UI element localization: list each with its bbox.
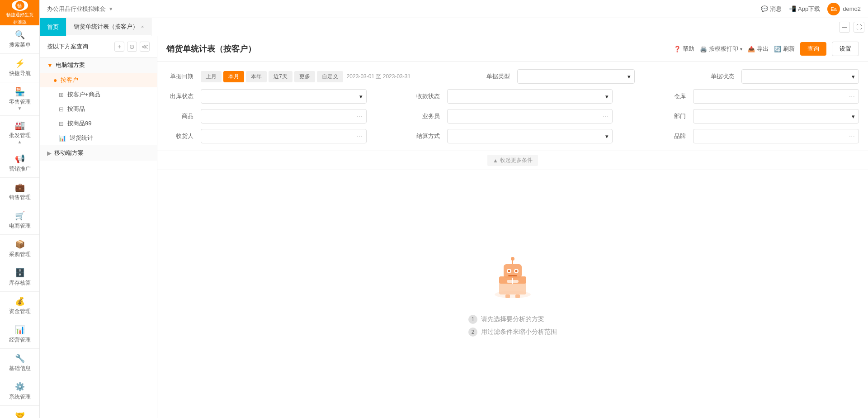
svg-rect-12 <box>508 275 517 276</box>
sidebar-item-purchase[interactable]: 📦 采购管理 <box>0 235 39 263</box>
salesman-label: 业务员 <box>413 112 440 120</box>
scheme-group-mobile-title[interactable]: ▶ 移动端方案 <box>40 145 157 161</box>
logo-area: 畅 畅捷通好生意 标准版 <box>0 0 39 25</box>
help-btn[interactable]: ❓ 帮助 <box>674 45 694 53</box>
payment-method-select[interactable]: ▾ <box>447 129 613 143</box>
sidebar-item-ecommerce[interactable]: 🛒 电商管理 <box>0 206 39 235</box>
sidebar-item-inventory[interactable]: 🗄️ 库存核算 <box>0 263 39 292</box>
dropdown-icon[interactable]: ▾ <box>109 5 113 12</box>
refresh-btn[interactable]: 🔄 刷新 <box>774 45 795 53</box>
sidebar-item-search[interactable]: 🔍 搜索菜单 <box>0 25 39 54</box>
svg-text:畅: 畅 <box>17 3 22 8</box>
message-btn[interactable]: 💬 消息 <box>761 5 782 13</box>
username: demo2 <box>843 5 861 12</box>
empty-tip-1: 1 请先选择要分析的方案 <box>468 315 557 324</box>
topbar-account-title[interactable]: 办公用品行业模拟账套 <box>47 5 106 13</box>
wholesale-arrow-icon: ▲ <box>18 139 22 144</box>
more-date-btn[interactable]: 更多 <box>294 71 315 82</box>
this-month-btn[interactable]: 本月 <box>223 71 244 82</box>
scheme-item-by-goods99[interactable]: ⊟ 按商品99 <box>40 116 157 131</box>
order-type-arrow-icon: ▾ <box>627 73 631 80</box>
page-title: 销货单统计表（按客户） <box>166 43 256 60</box>
goods-label: 商品 <box>166 112 193 120</box>
receiver-label: 收货人 <box>166 132 193 140</box>
sidebar-item-operations[interactable]: 📊 经营管理 <box>0 320 39 349</box>
customer-icon: ● <box>53 76 57 84</box>
scheme-item-customer-goods[interactable]: ⊞ 按客户+商品 <box>40 87 157 102</box>
tab-sales-stats[interactable]: 销货单统计表（按客户） × <box>66 18 151 36</box>
nav-icon: ⚡ <box>15 58 25 68</box>
print-arrow-icon: ▾ <box>740 47 742 52</box>
sidebar-item-sales[interactable]: 💼 销售管理 <box>0 178 39 206</box>
help-icon: ❓ <box>674 46 681 52</box>
receiver-select[interactable]: ··· <box>201 129 367 143</box>
collapse-btn[interactable]: ▲ 收起更多条件 <box>487 155 538 166</box>
sidebar-marketing-label: 营销推广 <box>9 165 31 173</box>
user-info[interactable]: Ea demo2 <box>827 3 861 15</box>
scheme-panel: 按以下方案查询 + ⊙ ≪ ▼ 电脑端方案 ● 按客户 <box>40 36 157 418</box>
avatar: Ea <box>827 3 840 15</box>
brand-select[interactable]: ··· <box>693 129 859 143</box>
sidebar-item-retail[interactable]: 🏪 零售管理 ▼ <box>0 82 39 116</box>
app-name: 畅捷通好生意 <box>6 12 33 18</box>
payment-select[interactable]: ▾ <box>447 89 613 104</box>
tab-close-btn[interactable]: × <box>141 24 144 29</box>
sidebar-item-wholesale[interactable]: 🏭 批发管理 ▲ <box>0 116 39 149</box>
sidebar-item-finance[interactable]: 💰 资金管理 <box>0 292 39 320</box>
scheme-item-by-goods[interactable]: ⊟ 按商品 <box>40 102 157 116</box>
dept-select[interactable]: ▾ <box>693 109 859 124</box>
last-7-days-btn[interactable]: 近7天 <box>269 71 292 82</box>
tab-home[interactable]: 首页 <box>40 18 66 36</box>
scheme-panel-title: 按以下方案查询 <box>47 43 88 51</box>
sidebar-sales-label: 销售管理 <box>9 194 31 201</box>
sidebar-item-basic[interactable]: 🔧 基础信息 <box>0 349 39 377</box>
sidebar-item-system[interactable]: ⚙️ 系统管理 <box>0 377 39 406</box>
order-type-select[interactable]: ▾ <box>517 69 635 84</box>
app-download-btn[interactable]: 📲 App下载 <box>789 5 820 13</box>
sidebar-item-enterprise[interactable]: 🤝 企业协同 <box>0 406 39 418</box>
settings-btn[interactable]: 设置 <box>832 42 859 56</box>
scheme-group-desktop-title[interactable]: ▼ 电脑端方案 <box>40 57 157 73</box>
tip-1-text: 请先选择要分析的方案 <box>481 315 544 323</box>
print-template-btn[interactable]: 🖨️ 按模板打印 ▾ <box>700 45 742 53</box>
date-buttons: 上月 本月 本年 近7天 更多 自定义 2023-03-01 至 2023-03… <box>201 71 410 82</box>
sidebar-finance-label: 资金管理 <box>9 308 31 315</box>
dept-label: 部门 <box>659 112 686 120</box>
scheme-collapse-btn[interactable]: ≪ <box>140 42 150 52</box>
retail-arrow-icon: ▼ <box>18 106 22 111</box>
query-btn[interactable]: 查询 <box>800 42 826 56</box>
scheme-add-btn[interactable]: + <box>114 42 124 52</box>
custom-date-btn[interactable]: 自定义 <box>317 71 343 82</box>
scheme-settings-btn[interactable]: ⊙ <box>127 42 137 52</box>
message-icon: 💬 <box>761 5 768 12</box>
payment-method-arrow-icon: ▾ <box>605 133 609 140</box>
delivery-label: 出库状态 <box>166 92 193 100</box>
message-label: 消息 <box>770 5 782 13</box>
tab-minimize-btn[interactable]: — <box>839 22 850 33</box>
salesman-select[interactable]: ··· <box>447 109 613 124</box>
delivery-select[interactable]: ▾ <box>201 89 367 104</box>
warehouse-dots-icon: ··· <box>849 92 855 100</box>
ecommerce-icon: 🛒 <box>15 211 25 221</box>
refresh-icon: 🔄 <box>774 46 781 52</box>
tab-maximize-btn[interactable]: ⛶ <box>854 22 864 33</box>
warehouse-select[interactable]: ··· <box>693 89 859 104</box>
page-actions: ❓ 帮助 🖨️ 按模板打印 ▾ 📤 导出 🔄 刷新 <box>674 42 859 62</box>
this-year-btn[interactable]: 本年 <box>246 71 267 82</box>
scheme-group-desktop: ▼ 电脑端方案 ● 按客户 ⊞ 按客户+商品 ⊟ 按商品 <box>40 57 157 145</box>
payment-method-label: 结算方式 <box>413 132 440 140</box>
collapse-label: 收起更多条件 <box>500 157 533 164</box>
filter-row-1: 单据日期 上月 本月 本年 近7天 更多 自定义 2023-03-01 至 20… <box>166 69 859 84</box>
marketing-icon: 📢 <box>15 154 25 164</box>
goods-select[interactable]: ··· <box>201 109 367 124</box>
last-month-btn[interactable]: 上月 <box>201 71 222 82</box>
sidebar-item-marketing[interactable]: 📢 营销推广 <box>0 149 39 178</box>
scheme-item-return-stats[interactable]: 📊 退货统计 <box>40 131 157 145</box>
sidebar-item-quick-nav[interactable]: ⚡ 快捷导航 <box>0 54 39 82</box>
order-status-select[interactable]: ▾ <box>741 69 859 84</box>
download-icon: 📲 <box>789 5 796 12</box>
date-range-text: 2023-03-01 至 2023-03-31 <box>347 73 410 81</box>
scheme-item-by-customer[interactable]: ● 按客户 <box>40 73 157 87</box>
sidebar-search-label: 搜索菜单 <box>9 41 31 49</box>
export-btn[interactable]: 📤 导出 <box>748 45 769 53</box>
